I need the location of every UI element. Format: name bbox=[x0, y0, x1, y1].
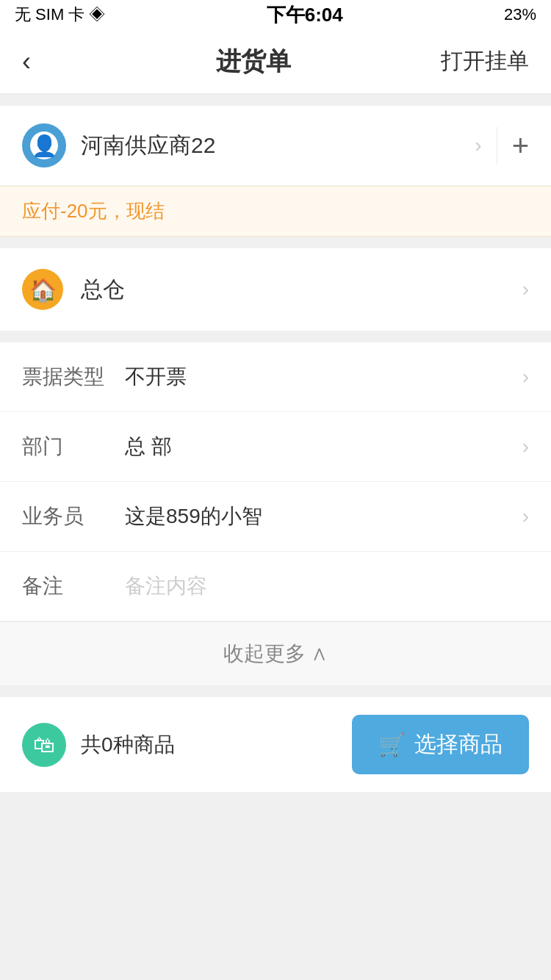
supplier-name: 河南供应商22 bbox=[81, 131, 475, 161]
warehouse-icon-wrap: 🏠 bbox=[22, 269, 63, 310]
back-button[interactable]: ‹ bbox=[22, 46, 66, 77]
supplier-section: 👤 河南供应商22 › + 应付-20元，现结 bbox=[0, 106, 551, 237]
supplier-row[interactable]: 👤 河南供应商22 › + bbox=[0, 106, 551, 186]
form-section: 票据类型 不开票 › 部门 总 部 › 业务员 这是859的小智 › 备注 备注… bbox=[0, 342, 551, 685]
invoice-type-value: 不开票 bbox=[110, 363, 522, 391]
warehouse-icon: 🏠 bbox=[29, 277, 57, 303]
department-row[interactable]: 部门 总 部 › bbox=[0, 412, 551, 482]
invoice-type-row[interactable]: 票据类型 不开票 › bbox=[0, 342, 551, 412]
warehouse-name: 总仓 bbox=[81, 275, 522, 305]
warehouse-row[interactable]: 🏠 总仓 › bbox=[0, 248, 551, 331]
remark-input[interactable]: 备注内容 bbox=[110, 572, 529, 600]
select-product-label: 选择商品 bbox=[414, 729, 503, 760]
select-product-button[interactable]: 🛒 选择商品 bbox=[352, 715, 529, 774]
status-bar: 无 SIM 卡 ◈ 下午6:04 23% bbox=[0, 0, 551, 29]
salesperson-chevron-icon: › bbox=[522, 505, 529, 528]
notice-bar: 应付-20元，现结 bbox=[0, 186, 551, 237]
invoice-type-chevron-icon: › bbox=[522, 365, 529, 389]
add-icon[interactable]: + bbox=[512, 129, 529, 162]
user-icon: 👤 bbox=[32, 134, 57, 158]
nav-bar: ‹ 进货单 打开挂单 bbox=[0, 29, 551, 94]
salesperson-value: 这是859的小智 bbox=[110, 502, 522, 530]
sim-status: 无 SIM 卡 ◈ bbox=[15, 4, 105, 26]
supplier-divider bbox=[497, 127, 497, 164]
department-chevron-icon: › bbox=[522, 435, 529, 458]
open-pending-button[interactable]: 打开挂单 bbox=[441, 46, 529, 76]
product-icon: 🛍 bbox=[33, 732, 55, 757]
bottom-bar: 🛍 共0种商品 🛒 选择商品 bbox=[0, 697, 551, 792]
remark-label: 备注 bbox=[22, 572, 110, 600]
collapse-button[interactable]: 收起更多 ∧ bbox=[0, 621, 551, 685]
status-right: 23% bbox=[504, 5, 536, 24]
invoice-type-label: 票据类型 bbox=[22, 363, 110, 391]
status-time: 下午6:04 bbox=[267, 2, 343, 28]
page-title: 进货单 bbox=[216, 45, 291, 79]
department-value: 总 部 bbox=[110, 433, 522, 461]
supplier-avatar: 👤 bbox=[22, 123, 66, 167]
salesperson-label: 业务员 bbox=[22, 502, 110, 530]
department-label: 部门 bbox=[22, 433, 110, 461]
status-left: 无 SIM 卡 ◈ bbox=[15, 4, 105, 26]
remark-row[interactable]: 备注 备注内容 bbox=[0, 552, 551, 621]
product-count: 共0种商品 bbox=[81, 731, 352, 759]
select-product-icon: 🛒 bbox=[378, 732, 406, 757]
content-area: 👤 河南供应商22 › + 应付-20元，现结 🏠 总仓 › 票据类型 不开票 … bbox=[0, 106, 551, 939]
salesperson-row[interactable]: 业务员 这是859的小智 › bbox=[0, 482, 551, 552]
warehouse-chevron-icon: › bbox=[522, 278, 529, 301]
battery-status: 23% bbox=[504, 5, 536, 24]
gray-fill-area bbox=[0, 792, 551, 939]
product-icon-wrap: 🛍 bbox=[22, 723, 66, 767]
supplier-chevron-icon: › bbox=[475, 134, 481, 157]
